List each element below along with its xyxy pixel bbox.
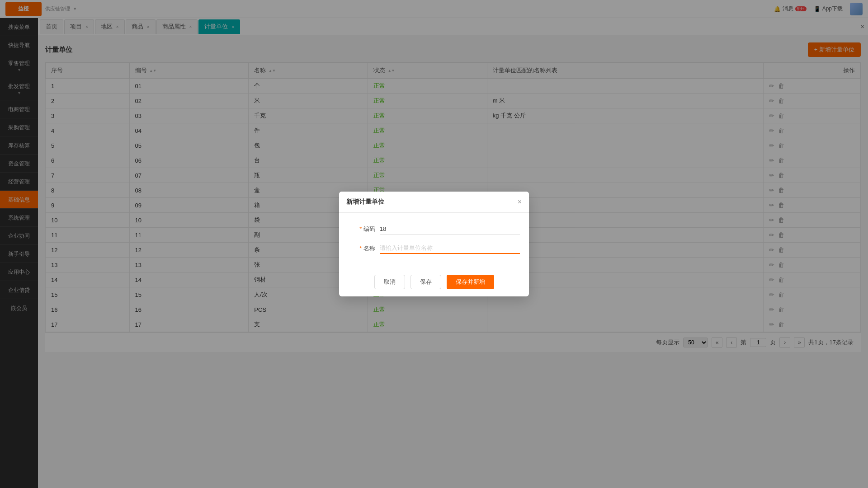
modal-title: 新增计量单位 (346, 198, 384, 206)
name-input[interactable] (380, 243, 520, 254)
modal-header: 新增计量单位 × (339, 192, 529, 213)
modal-footer: 取消 保存 保存并新增 (339, 269, 529, 296)
modal-body: 编码 名称 (339, 213, 529, 269)
code-label: 编码 (348, 225, 375, 233)
add-unit-modal: 新增计量单位 × 编码 名称 取消 保存 保存并新增 (339, 192, 529, 296)
name-label: 名称 (348, 244, 375, 253)
save-new-button[interactable]: 保存并新增 (447, 275, 494, 289)
form-row-code: 编码 (348, 224, 520, 235)
save-button[interactable]: 保存 (410, 275, 441, 289)
code-input[interactable] (380, 224, 520, 235)
cancel-button[interactable]: 取消 (374, 275, 405, 289)
modal-close-btn[interactable]: × (518, 198, 522, 206)
form-row-name: 名称 (348, 243, 520, 254)
modal-overlay[interactable]: 新增计量单位 × 编码 名称 取消 保存 保存并新增 (0, 0, 868, 488)
